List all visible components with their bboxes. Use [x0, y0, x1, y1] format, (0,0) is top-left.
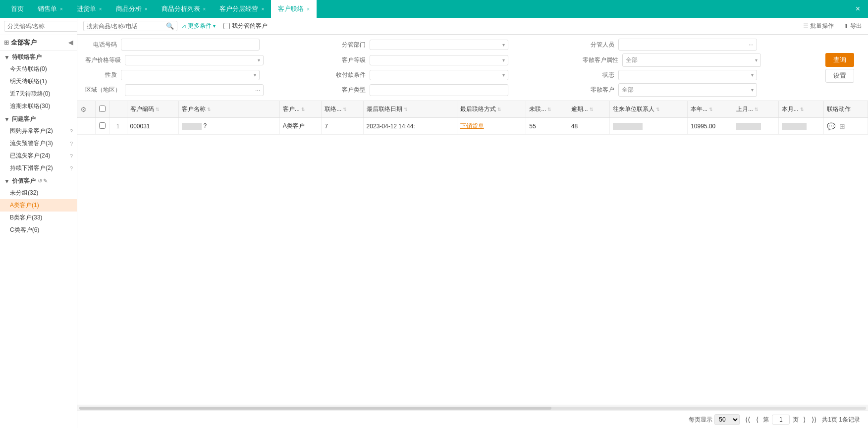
row-last-month [733, 118, 778, 135]
pagination: ⟨⟨ ⟨ 第 页 ⟩ ⟩⟩ [744, 415, 818, 425]
status-select[interactable]: ▾ [618, 70, 757, 80]
th-contact-person[interactable]: 往来单位联系人⇅ [610, 101, 688, 118]
nav-item-customer-contact[interactable]: 客户联络 × [271, 0, 317, 18]
query-button[interactable]: 查询 [825, 53, 854, 67]
th-gear[interactable]: ⚙ [77, 101, 95, 118]
first-page-btn[interactable]: ⟨⟨ [744, 416, 752, 424]
row-this-year: 10995.00 [688, 118, 733, 135]
settings-button[interactable]: 设置 [825, 69, 854, 83]
sidebar-item-b-class[interactable]: B类客户(33) [0, 212, 77, 224]
close-icon[interactable]: × [261, 6, 264, 12]
th-index [109, 101, 127, 118]
row-last-date: 2023-04-12 14:44: [363, 118, 457, 135]
th-overdue[interactable]: 逾期...⇅ [568, 101, 609, 118]
sidebar-item-c-class[interactable]: C类客户(6) [0, 224, 77, 236]
horizontal-scrollbar[interactable] [77, 405, 868, 411]
th-last-method[interactable]: 最后联络方式⇅ [457, 101, 526, 118]
cust-type-input[interactable] [370, 84, 508, 96]
bulk-op-btn[interactable]: ☰ 批量操作 [803, 22, 834, 30]
my-customers-check[interactable] [223, 23, 230, 29]
sidebar-item-churn-warning[interactable]: 流失预警客户(3) ? [0, 137, 77, 150]
th-code[interactable]: 客户编码⇅ [127, 101, 179, 118]
sidebar-item-today[interactable]: 今天待联络(0) [0, 63, 77, 75]
region-select[interactable]: ··· [125, 84, 264, 96]
sort-icon: ⇅ [343, 107, 347, 112]
nav-item-customer-tier[interactable]: 客户分层经营 × [213, 0, 271, 18]
search-icon[interactable]: 🔍 [166, 22, 174, 30]
sidebar-group-title-value[interactable]: ▼ 价值客户 ↺ ✎ [0, 174, 77, 187]
sidebar-item-7days[interactable]: 近7天待联络(0) [0, 88, 77, 100]
nature-select[interactable]: ▾ [121, 70, 260, 80]
next-page-btn[interactable]: ⟩ [802, 416, 807, 424]
filter-status: 状态 ▾ [583, 70, 819, 80]
select-all-checkbox[interactable] [99, 106, 106, 112]
row-type: A类客户 [279, 118, 321, 135]
dept-select[interactable]: ▾ [370, 40, 508, 50]
more-filters-btn[interactable]: ⊿ 更多条件 ▾ [181, 22, 216, 30]
sidebar-item-unclassified[interactable]: 未分组(32) [0, 187, 77, 199]
person-select[interactable]: ··· [618, 39, 757, 51]
row-this-month [778, 118, 824, 135]
th-type[interactable]: 客户...⇅ [279, 101, 321, 118]
prev-page-btn[interactable]: ⟨ [755, 416, 760, 424]
sidebar-item-declining[interactable]: 持续下滑客户(2) ? [0, 162, 77, 174]
sidebar-item-a-class[interactable]: A类客户(1) [0, 199, 77, 212]
sidebar-search-bar: 🔍 [0, 18, 77, 35]
item-label: 持续下滑客户(2) [10, 164, 70, 172]
collapse-icon[interactable]: ◀ [68, 39, 73, 46]
sort-icon: ⇅ [207, 107, 211, 112]
gear-icon[interactable]: ⚙ [80, 106, 87, 113]
nav-item-product-analysis-list[interactable]: 商品分析列表 × [155, 0, 213, 18]
sidebar-group-title-pending[interactable]: ▼ 待联络客户 [0, 51, 77, 63]
sidebar-item-tomorrow[interactable]: 明天待联络(1) [0, 75, 77, 88]
export-btn[interactable]: ⬆ 导出 [844, 22, 862, 30]
page-input[interactable] [772, 415, 790, 425]
close-icon[interactable]: × [203, 6, 206, 12]
link-icon[interactable]: ⊞ [839, 122, 845, 130]
sidebar-search-input[interactable] [4, 21, 77, 32]
all-customers-label: 全部客户 [11, 38, 37, 47]
th-this-year[interactable]: 本年...⇅ [688, 101, 733, 118]
th-last-month[interactable]: 上月...⇅ [733, 101, 778, 118]
th-last-date[interactable]: 最后联络日期⇅ [363, 101, 457, 118]
triangle-icon: ▼ [4, 178, 10, 185]
message-icon[interactable]: 💬 [827, 122, 835, 130]
th-name[interactable]: 客户名称⇅ [179, 101, 280, 118]
close-icon[interactable]: × [99, 6, 102, 12]
th-not-contact[interactable]: 未联...⇅ [526, 101, 568, 118]
price-level-select[interactable]: ▾ [125, 55, 264, 65]
close-icon[interactable]: × [60, 6, 63, 12]
filter-payment: 收付款条件 ▾ [334, 70, 571, 80]
row-select-checkbox[interactable] [99, 122, 106, 129]
item-label: 近7天待联络(0) [10, 90, 73, 98]
nav-item-home[interactable]: 首页 [4, 0, 31, 18]
filter-search-input[interactable] [87, 23, 166, 30]
th-contact[interactable]: 联络...⇅ [322, 101, 363, 118]
row-action: 💬 ⊞ [824, 118, 868, 135]
sidebar-group-title-problem[interactable]: ▼ 问题客户 [0, 112, 77, 125]
nav-item-product-analysis[interactable]: 商品分析 × [109, 0, 155, 18]
adv-filter-row-3: 性质 ▾ 收付款条件 ▾ [85, 70, 819, 80]
retail-attr-select[interactable]: 全部 ▾ [622, 54, 761, 67]
payment-select[interactable]: ▾ [370, 70, 508, 80]
close-icon[interactable]: × [145, 6, 148, 12]
last-page-btn[interactable]: ⟩⟩ [810, 416, 818, 424]
per-page-select[interactable]: 50 100 200 [714, 414, 740, 425]
sidebar-item-churned[interactable]: 已流失客户(24) ? [0, 150, 77, 162]
nav-item-sales[interactable]: 销售单 × [31, 0, 70, 18]
dept-label: 分管部门 [334, 41, 370, 49]
window-close-btn[interactable]: × [852, 4, 864, 13]
nav-item-purchase[interactable]: 进货单 × [70, 0, 109, 18]
close-icon[interactable]: × [307, 6, 310, 12]
sidebar-item-overdue[interactable]: 逾期未联络(30) [0, 100, 77, 112]
cust-level-select[interactable]: ▾ [370, 55, 508, 65]
info-icon: ? [70, 128, 73, 134]
th-this-month[interactable]: 本月...⇅ [778, 101, 824, 118]
sidebar-item-hoard[interactable]: 囤购异常客户(2) ? [0, 125, 77, 137]
search-wrap: 🔍 [83, 21, 177, 31]
phone-label: 电话号码 [85, 41, 121, 49]
my-customers-checkbox: 我分管的客户 [223, 22, 268, 30]
row-last-method[interactable]: 下销货单 [457, 118, 526, 135]
phone-input[interactable] [121, 39, 260, 51]
retail-select[interactable]: 全部 ▾ [618, 83, 757, 97]
